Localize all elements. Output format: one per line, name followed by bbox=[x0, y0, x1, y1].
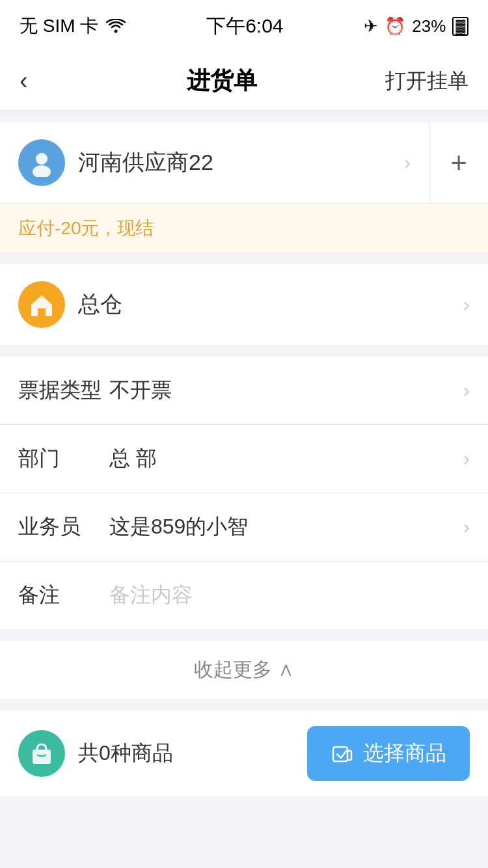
collapse-label: 收起更多 ∧ bbox=[194, 657, 293, 683]
select-goods-btn-label: 选择商品 bbox=[363, 739, 446, 768]
svg-point-0 bbox=[115, 30, 118, 33]
salesperson-label: 业务员 bbox=[18, 513, 109, 541]
wifi-icon bbox=[106, 19, 126, 33]
status-bar: 无 SIM 卡 下午6:04 ✈ ⏰ 23% ▓ bbox=[0, 0, 488, 52]
battery-icon: ▓ bbox=[452, 17, 468, 36]
goods-count-text: 共0种商品 bbox=[78, 739, 173, 768]
content-area: 河南供应商22 › + 应付-20元，现结 总仓 › 票据类型 不开票 › 部门… bbox=[0, 122, 488, 796]
invoice-type-value: 不开票 bbox=[109, 376, 463, 405]
department-row[interactable]: 部门 总 部 › bbox=[0, 425, 488, 493]
nav-bar: ‹ 进货单 打开挂单 bbox=[0, 52, 488, 111]
salesperson-row[interactable]: 业务员 这是859的小智 › bbox=[0, 493, 488, 562]
department-value: 总 部 bbox=[109, 444, 463, 473]
collapse-button[interactable]: 收起更多 ∧ bbox=[0, 641, 488, 699]
remark-input[interactable]: 备注内容 bbox=[109, 581, 470, 610]
svg-point-2 bbox=[33, 165, 51, 177]
department-label: 部门 bbox=[18, 444, 109, 473]
supplier-section: 河南供应商22 › + bbox=[0, 122, 488, 203]
form-section: 票据类型 不开票 › 部门 总 部 › 业务员 这是859的小智 › 备注 备注… bbox=[0, 357, 488, 629]
back-button[interactable]: ‹ bbox=[20, 67, 59, 95]
svg-rect-5 bbox=[333, 747, 347, 761]
salesperson-chevron-icon: › bbox=[463, 516, 470, 538]
status-right: ✈ ⏰ 23% ▓ bbox=[364, 16, 468, 36]
supplier-avatar bbox=[18, 139, 65, 186]
carrier-label: 无 SIM 卡 bbox=[20, 14, 98, 38]
bottom-bar: 共0种商品 选择商品 bbox=[0, 711, 488, 796]
supplier-select-button[interactable]: 河南供应商22 › bbox=[0, 122, 429, 203]
salesperson-value: 这是859的小智 bbox=[109, 513, 463, 541]
svg-point-1 bbox=[36, 153, 47, 165]
notice-text: 应付-20元，现结 bbox=[18, 218, 154, 238]
goods-icon bbox=[18, 730, 65, 777]
warehouse-chevron-icon: › bbox=[463, 293, 470, 316]
person-icon bbox=[27, 148, 56, 177]
remark-label: 备注 bbox=[18, 581, 109, 610]
status-left: 无 SIM 卡 bbox=[20, 14, 126, 38]
goods-count-area: 共0种商品 bbox=[18, 730, 173, 777]
alarm-icon: ⏰ bbox=[385, 16, 405, 36]
supplier-name: 河南供应商22 bbox=[78, 148, 391, 178]
page-title: 进货单 bbox=[187, 65, 257, 97]
warehouse-name: 总仓 bbox=[78, 290, 450, 319]
battery-label: 23% bbox=[412, 16, 446, 36]
shopping-bag-icon bbox=[27, 739, 56, 768]
svg-rect-3 bbox=[38, 308, 46, 316]
location-icon: ✈ bbox=[364, 16, 378, 36]
warehouse-section[interactable]: 总仓 › bbox=[0, 264, 488, 345]
warehouse-icon bbox=[18, 281, 65, 328]
select-goods-button[interactable]: 选择商品 bbox=[307, 726, 470, 781]
select-goods-icon bbox=[331, 742, 354, 765]
home-icon bbox=[27, 290, 56, 319]
remark-row[interactable]: 备注 备注内容 bbox=[0, 562, 488, 629]
status-time: 下午6:04 bbox=[206, 13, 283, 40]
open-pending-button[interactable]: 打开挂单 bbox=[385, 67, 468, 96]
invoice-type-label: 票据类型 bbox=[18, 376, 109, 405]
invoice-type-chevron-icon: › bbox=[463, 379, 470, 401]
supplier-chevron-icon: › bbox=[404, 152, 411, 174]
add-supplier-button[interactable]: + bbox=[429, 122, 488, 203]
invoice-type-row[interactable]: 票据类型 不开票 › bbox=[0, 357, 488, 425]
notice-banner: 应付-20元，现结 bbox=[0, 203, 488, 252]
department-chevron-icon: › bbox=[463, 448, 470, 470]
